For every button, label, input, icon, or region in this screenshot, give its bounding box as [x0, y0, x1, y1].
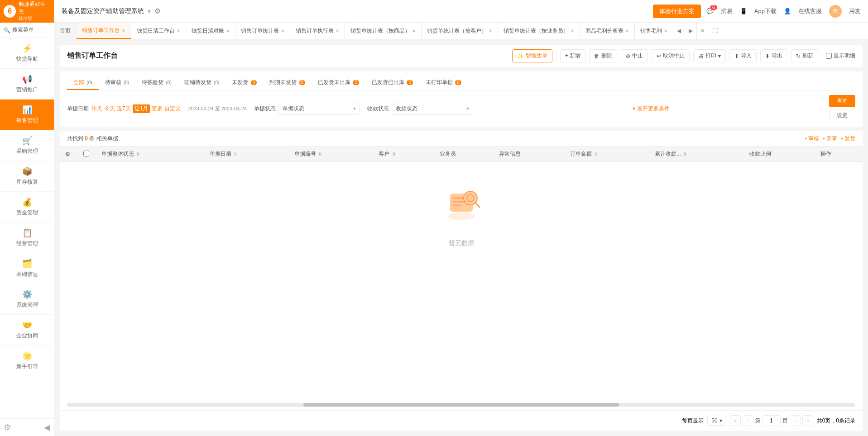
tab-sales-summary-product-close[interactable]: ✕: [412, 28, 416, 33]
date-opt-today[interactable]: 今天: [104, 105, 115, 113]
add-btn[interactable]: + 新增: [560, 49, 585, 62]
sidebar-item-corp[interactable]: 🤝 企业协同: [0, 315, 54, 346]
filter-tab-not-shipped[interactable]: 未发货 0: [225, 76, 263, 90]
tab-sales-exec-close[interactable]: ✕: [336, 28, 339, 33]
tab-sales-exec[interactable]: 销售订单执行表 ✕: [290, 23, 345, 39]
page-last-btn[interactable]: »: [802, 415, 813, 426]
tab-sales-summary-staff-close[interactable]: ✕: [571, 28, 574, 33]
tab-prev-btn[interactable]: ◀: [673, 23, 685, 39]
approve-action[interactable]: 审核: [805, 135, 819, 142]
cancel-stop-btn[interactable]: ↩ 取消中止: [652, 49, 690, 62]
sidebar-item-operation[interactable]: 📋 经营管理: [0, 223, 54, 253]
th-settings[interactable]: ⚙: [60, 147, 78, 162]
date-opt-7days[interactable]: 近7天: [117, 105, 131, 113]
ai-btn[interactable]: ✨ 智能生单: [512, 49, 552, 62]
sidebar-item-basic[interactable]: 🗂️ 基础信息: [0, 253, 54, 284]
tab-close-all-btn[interactable]: ✕: [697, 23, 709, 39]
filter-tab-pending[interactable]: 待审核 (0): [99, 76, 136, 90]
th-status-sort[interactable]: ⇅: [136, 152, 140, 156]
setting-btn[interactable]: 设置: [829, 109, 855, 122]
tab-home[interactable]: 首页: [54, 23, 77, 39]
tab-sales-summary-customer-close[interactable]: ✕: [489, 28, 492, 33]
tab-sales-summary-customer[interactable]: 销货单统计表（按客户） ✕: [422, 23, 498, 39]
th-checkbox[interactable]: [78, 147, 96, 162]
collapse-icon[interactable]: ◀: [44, 422, 50, 432]
sidebar-search[interactable]: 🔍 搜索菜单: [0, 23, 54, 38]
tab-product-margin[interactable]: 商品毛利分析表 ✕: [580, 23, 635, 39]
date-opt-more[interactable]: 更多: [152, 105, 163, 113]
tab-cash-reconcile[interactable]: 钱货日清对账 ✕: [186, 23, 235, 39]
filter-tab-shipped-not-out[interactable]: 已发货未出库 0: [312, 76, 365, 90]
delete-btn[interactable]: 🗑 删除: [589, 49, 617, 62]
sidebar-item-quicknav[interactable]: ⚡ 快捷导航: [0, 38, 54, 69]
settings-icon[interactable]: ⚙: [4, 422, 11, 432]
select-all-checkbox[interactable]: [83, 151, 89, 156]
payment-select[interactable]: 收款状态 ▾: [392, 103, 473, 115]
th-customer-sort[interactable]: ⇅: [392, 152, 396, 156]
horizontal-scrollbar[interactable]: [67, 403, 855, 407]
tab-cash-reconcile-close[interactable]: ✕: [226, 28, 230, 33]
tab-sales-workbench-close[interactable]: ✕: [122, 28, 125, 33]
user-avatar[interactable]: 友: [829, 5, 842, 18]
show-detail-checkbox[interactable]: [826, 53, 832, 59]
tab-product-margin-close[interactable]: ✕: [625, 28, 629, 33]
sidebar-item-promo-label: 营销推广: [16, 86, 38, 94]
system-dropdown-arrow[interactable]: ▾: [148, 8, 151, 15]
sidebar-item-inventory[interactable]: 📦 库存核算: [0, 161, 54, 192]
ship-action[interactable]: 发货: [841, 135, 855, 142]
tab-sales-summary-product[interactable]: 销货单统计表（按商品） ✕: [345, 23, 422, 39]
tab-sales-workbench[interactable]: 销售订单工作台 ✕: [77, 23, 131, 39]
status-select[interactable]: 单据状态 ▾: [278, 103, 360, 115]
horizontal-scrollbar-thumb[interactable]: [303, 403, 619, 407]
app-download-label[interactable]: App下载: [754, 7, 777, 15]
tab-sales-more[interactable]: 销售毛利 ✕: [635, 23, 673, 39]
tab-sales-stat[interactable]: 销售订单统计表 ✕: [235, 23, 290, 39]
tab-cash-daily[interactable]: 钱货日清工作台 ✕: [131, 23, 186, 39]
th-received-sort[interactable]: ⇅: [683, 152, 687, 156]
online-service-label[interactable]: 在线客服: [798, 7, 822, 15]
import-btn[interactable]: ⬆ 导入: [729, 49, 757, 62]
sidebar-item-system[interactable]: ⚙️ 系统管理: [0, 284, 54, 315]
table-scroll-container[interactable]: ⚙ 单据整体状态 ⇅ 单据日期 ⇅: [60, 147, 863, 403]
page-first-btn[interactable]: «: [730, 415, 741, 426]
query-btn[interactable]: 查询: [829, 95, 855, 107]
stop-btn[interactable]: ⊘ 中止: [621, 49, 648, 62]
tab-next-btn[interactable]: ▶: [685, 23, 697, 39]
th-date-sort[interactable]: ⇅: [234, 152, 237, 156]
message-badge[interactable]: 💬 6: [706, 8, 714, 14]
refresh-btn[interactable]: ↻ 刷新: [791, 49, 818, 62]
page-prev-btn[interactable]: ‹: [743, 415, 753, 426]
tab-sales-stat-close[interactable]: ✕: [281, 28, 284, 33]
filter-tab-expired[interactable]: 到期未发货 0: [263, 76, 312, 90]
sidebar-item-sales[interactable]: 📊 销售管理: [0, 100, 54, 130]
expand-filter-btn[interactable]: ▾ 展开更多条件: [633, 105, 670, 113]
filter-tab-inspect[interactable]: 待拣验货 (0): [135, 76, 178, 90]
tab-sales-summary-staff[interactable]: 销货单统计表（按业务员） ✕: [498, 23, 580, 39]
filter-tab-shipped-out[interactable]: 已发货已出库 0: [365, 76, 419, 90]
tab-sales-more-close[interactable]: ✕: [664, 28, 667, 33]
print-btn[interactable]: 🖨 打印 ▾: [693, 49, 726, 62]
export-btn[interactable]: ⬇ 导出: [760, 49, 787, 62]
date-opt-custom[interactable]: 自定义: [164, 105, 181, 113]
page-size-select[interactable]: 50 ▾: [707, 416, 726, 426]
filter-tab-not-printed[interactable]: 未打印单据 0: [419, 76, 468, 90]
filter-tab-all[interactable]: 全部 (0): [67, 76, 99, 90]
sidebar-item-promo[interactable]: 📢 营销推广: [0, 69, 54, 100]
sidebar-item-finance[interactable]: 💰 资金管理: [0, 192, 54, 223]
date-opt-1month[interactable]: 近1月: [133, 104, 150, 113]
page-next-btn[interactable]: ›: [790, 415, 801, 426]
sidebar-item-purchase[interactable]: 🛒 采购管理: [0, 130, 54, 161]
show-detail-checkbox-label[interactable]: 显示明细: [826, 52, 855, 60]
reject-action[interactable]: 弃审: [823, 135, 837, 142]
th-number-sort[interactable]: ⇅: [318, 152, 322, 156]
experience-btn[interactable]: 体验行业方案: [653, 5, 701, 18]
filter-tab-wangpu[interactable]: 旺铺待发货 (0): [178, 76, 226, 90]
tab-expand-btn[interactable]: ⛶: [709, 23, 721, 39]
th-amount-sort[interactable]: ⇅: [595, 152, 598, 156]
topbar-gear-icon[interactable]: ⚙: [154, 7, 161, 15]
tab-cash-daily-close[interactable]: ✕: [177, 28, 180, 33]
page-input[interactable]: [762, 415, 781, 426]
sidebar-item-guide[interactable]: 🌟 新手引导: [0, 346, 54, 376]
filter-tab-shipped-out-label: 已发货已出库: [372, 79, 404, 85]
date-opt-yesterday[interactable]: 昨天: [91, 105, 102, 113]
